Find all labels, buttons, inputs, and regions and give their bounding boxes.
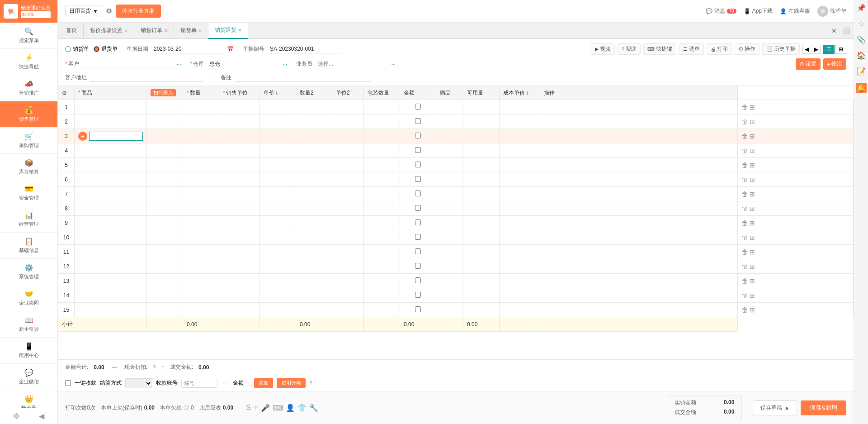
rp-icon-5[interactable]: 📝 xyxy=(857,67,866,76)
copy-row-icon[interactable]: ⊞ xyxy=(750,118,755,125)
trial-btn[interactable]: 体验行业方案 xyxy=(116,5,161,18)
cell-product[interactable] xyxy=(75,216,147,230)
copy-row-icon[interactable]: ⊞ xyxy=(750,191,755,198)
sidebar-item-member[interactable]: 👑 畅会员 xyxy=(0,390,57,408)
sidebar-item-purchase[interactable]: 🛒 采购管理 xyxy=(0,128,57,154)
date-input[interactable] xyxy=(152,45,223,53)
rp-icon-2[interactable]: ☆ xyxy=(858,19,864,28)
prev-btn[interactable]: ◀ xyxy=(802,45,811,54)
delete-row-icon[interactable]: 🗑 xyxy=(741,162,748,169)
delete-row-icon[interactable]: 🗑 xyxy=(741,292,748,299)
salesperson-ellipsis-btn[interactable]: ··· xyxy=(391,61,396,67)
delete-row-icon[interactable]: 🗑 xyxy=(741,118,748,125)
copy-row-icon[interactable]: ⊞ xyxy=(750,133,755,140)
delete-row-icon[interactable]: 🗑 xyxy=(741,234,748,241)
add-payment-btn[interactable]: 添加 xyxy=(254,378,273,388)
sidebar-item-appcenter[interactable]: 📱 应用中心 xyxy=(0,338,57,364)
copy-row-icon[interactable]: ⊞ xyxy=(750,162,755,169)
cell-product[interactable] xyxy=(75,245,147,259)
delete-row-icon[interactable]: 🗑 xyxy=(741,205,748,212)
sidebar-settings-icon[interactable]: ⚙ xyxy=(13,412,19,420)
gift-checkbox[interactable] xyxy=(415,306,421,312)
radio-delivery[interactable]: 销货单 xyxy=(65,45,89,53)
radio-delivery-input[interactable] xyxy=(65,46,71,52)
next-btn[interactable]: ▶ xyxy=(812,45,821,54)
video-btn[interactable]: ▶ 视频 xyxy=(591,43,615,55)
cell-product[interactable] xyxy=(75,201,147,216)
tab-maximize-btn[interactable]: ⬜ xyxy=(840,26,852,35)
cell-product[interactable] xyxy=(75,100,147,114)
copy-row-icon[interactable]: ⊞ xyxy=(750,147,755,154)
cell-product[interactable] xyxy=(75,303,147,317)
rp-icon-1[interactable]: 📌 xyxy=(857,4,866,12)
sidebar-item-enterprise[interactable]: 🤝 企业协同 xyxy=(0,285,57,311)
gift-checkbox[interactable] xyxy=(415,277,421,283)
sidebar-collapse-icon[interactable]: ◀ xyxy=(39,412,44,420)
rp-icon-3[interactable]: 📎 xyxy=(857,35,866,44)
delete-row-icon[interactable]: 🗑 xyxy=(741,248,748,256)
sidebar-item-finance[interactable]: 💳 资金管理 xyxy=(0,180,57,206)
gift-checkbox[interactable] xyxy=(415,133,421,138)
rp-icon-4[interactable]: 🏠 xyxy=(857,51,866,60)
gift-checkbox[interactable] xyxy=(415,292,421,298)
save-draft-btn[interactable]: 保存草稿 ▲ xyxy=(753,400,797,415)
copy-row-icon[interactable]: ⊞ xyxy=(750,248,755,256)
scan-btn[interactable]: 扫码录入 xyxy=(151,89,176,96)
copy-row-icon[interactable]: ⊞ xyxy=(750,292,755,299)
sidebar-item-marketing[interactable]: 📣 营销推广 xyxy=(0,75,57,101)
sidebar-item-newguide[interactable]: 📖 新手引导 xyxy=(0,311,57,338)
customer-ellipsis-btn[interactable]: ··· xyxy=(177,61,181,67)
add-payment-icon[interactable]: + xyxy=(247,380,250,386)
gift-checkbox[interactable] xyxy=(415,147,421,153)
gift-checkbox[interactable] xyxy=(415,176,421,182)
shortcut-btn[interactable]: ⌨ 快捷键 xyxy=(643,43,676,55)
gift-checkbox[interactable] xyxy=(415,118,421,124)
tab-price-settings[interactable]: 售价提取设置 × xyxy=(84,23,134,39)
account-input[interactable] xyxy=(181,379,217,388)
copy-row-icon[interactable]: ⊞ xyxy=(750,205,755,212)
add-row-btn[interactable]: + xyxy=(78,132,87,141)
message-btn[interactable]: 💬 消息 70 xyxy=(706,7,736,15)
calc-method-select[interactable] xyxy=(125,378,152,388)
warehouse-ellipsis-btn[interactable]: ··· xyxy=(283,61,287,67)
calendar-icon[interactable]: 📅 xyxy=(227,46,234,52)
gift-checkbox[interactable] xyxy=(415,162,421,167)
select-btn[interactable]: ☰ 选单 xyxy=(679,43,704,55)
save-new-btn[interactable]: 保存&新增 xyxy=(801,400,846,415)
user-profile[interactable]: 徐 徐泽华 xyxy=(817,6,846,17)
cell-product[interactable] xyxy=(75,274,147,288)
view-table-btn[interactable]: ☰ xyxy=(823,45,835,54)
address-ellipsis-btn[interactable]: ··· xyxy=(207,75,212,81)
delete-row-icon[interactable]: 🗑 xyxy=(741,104,748,111)
warehouse-input[interactable] xyxy=(208,60,279,68)
cell-product[interactable] xyxy=(75,230,147,245)
gift-checkbox[interactable] xyxy=(415,191,421,196)
topbar-gear-icon[interactable]: ⚙ xyxy=(106,7,112,15)
gift-checkbox[interactable] xyxy=(415,205,421,211)
save-draft-dropdown-icon[interactable]: ▲ xyxy=(784,405,789,411)
cell-product[interactable] xyxy=(75,288,147,303)
expense-split-btn[interactable]: 费用分摊 xyxy=(277,378,306,388)
copy-row-icon[interactable]: ⊞ xyxy=(750,104,755,111)
company-selector[interactable]: 日用百货 ▼ xyxy=(65,5,102,17)
tab-sales-return[interactable]: 销货退货 × xyxy=(208,23,248,39)
cell-product[interactable] xyxy=(75,259,147,274)
delete-row-icon[interactable]: 🗑 xyxy=(741,176,748,183)
delete-row-icon[interactable]: 🗑 xyxy=(741,219,748,227)
gift-checkbox[interactable] xyxy=(415,234,421,240)
tab-home[interactable]: 首页 xyxy=(60,23,84,39)
copy-row-icon[interactable]: ⊞ xyxy=(750,306,755,314)
sidebar-item-search[interactable]: 🔍 搜索菜单 xyxy=(0,23,57,49)
delete-row-icon[interactable]: 🗑 xyxy=(741,277,748,285)
gift-checkbox[interactable] xyxy=(415,263,421,269)
history-btn[interactable]: 📃 历史单据 xyxy=(762,43,800,55)
help-btn[interactable]: ? 帮助 xyxy=(618,43,641,55)
tab-sales-delivery[interactable]: 销货单 × xyxy=(174,23,208,39)
delete-row-icon[interactable]: 🗑 xyxy=(741,191,748,198)
sidebar-item-operation[interactable]: 📊 经营管理 xyxy=(0,206,57,233)
product-input[interactable] xyxy=(89,132,143,141)
salesperson-input[interactable] xyxy=(316,60,387,68)
copy-row-icon[interactable]: ⊞ xyxy=(750,176,755,183)
tab-sales-order[interactable]: 销售订单 × xyxy=(134,23,174,39)
address-input[interactable] xyxy=(90,73,203,82)
